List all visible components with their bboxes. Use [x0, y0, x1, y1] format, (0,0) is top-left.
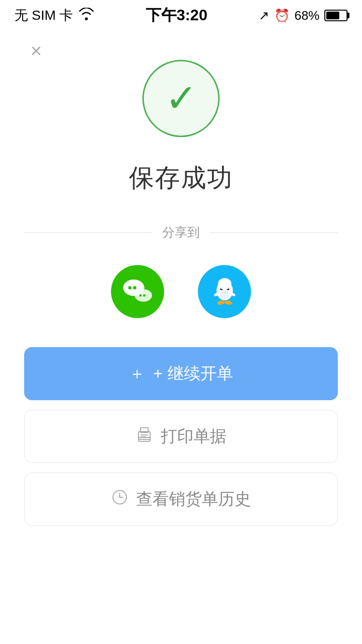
history-button[interactable]: 查看销货单历史 [24, 473, 338, 526]
qq-share-button[interactable] [198, 265, 251, 318]
svg-point-5 [143, 294, 146, 297]
sim-text: 无 SIM 卡 [14, 6, 73, 25]
share-section: 分享到 [0, 224, 362, 318]
alarm-icon: ⏰ [274, 8, 290, 23]
status-bar: 无 SIM 卡 下午3:20 ↗ ⏰ 68% [0, 0, 362, 31]
status-left: 无 SIM 卡 [14, 6, 94, 25]
share-divider: 分享到 [24, 224, 338, 241]
status-time: 下午3:20 [146, 5, 208, 26]
battery-text: 68% [294, 8, 320, 23]
svg-point-4 [139, 294, 142, 297]
continue-label: + 继续开单 [153, 363, 233, 385]
print-label: 打印单据 [161, 425, 226, 448]
checkmark-icon: ✓ [165, 79, 197, 118]
location-icon: ↗ [259, 8, 269, 23]
svg-point-1 [128, 286, 132, 290]
svg-point-2 [133, 286, 137, 290]
svg-point-13 [217, 300, 225, 305]
status-right: ↗ ⏰ 68% [259, 8, 348, 23]
close-button[interactable]: × [24, 39, 48, 63]
share-icons [24, 265, 338, 318]
battery-icon [324, 10, 348, 21]
plus-icon: ＋ [129, 363, 145, 385]
svg-point-14 [224, 300, 232, 305]
history-label: 查看销货单历史 [136, 488, 251, 510]
svg-point-12 [218, 278, 231, 290]
wechat-share-button[interactable] [111, 265, 164, 318]
history-icon [111, 489, 128, 510]
svg-rect-18 [140, 434, 148, 435]
close-icon: × [30, 41, 42, 60]
print-icon [136, 426, 153, 447]
main-content: ✓ 保存成功 分享到 [0, 31, 362, 526]
buttons-section: ＋ + 继续开单 打印单据 查看销货单 [0, 347, 362, 526]
success-title: 保存成功 [129, 161, 233, 195]
success-circle: ✓ [142, 60, 220, 137]
share-label: 分享到 [162, 224, 200, 241]
continue-button[interactable]: ＋ + 继续开单 [24, 347, 338, 400]
svg-point-11 [220, 290, 229, 299]
print-button[interactable]: 打印单据 [24, 410, 338, 463]
wifi-icon [79, 8, 94, 24]
